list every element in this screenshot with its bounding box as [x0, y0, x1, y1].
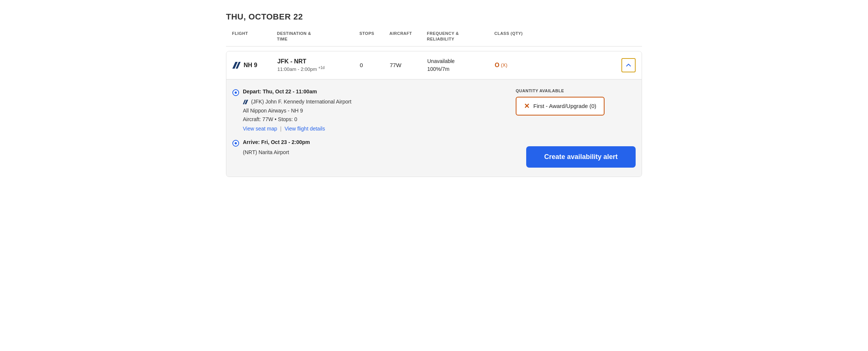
view-flight-details-link[interactable]: View flight details	[284, 126, 325, 132]
depart-label: Depart: Thu, Oct 22 - 11:00am	[243, 88, 317, 94]
quantity-box: ✕ First - Award/Upgrade (0)	[516, 97, 605, 116]
flight-card: NH 9 JFK - NRT 11:00am - 2:00pm +1d 0 77…	[226, 51, 642, 177]
flight-number-cell: NH 9	[232, 61, 277, 69]
depart-airport: (JFK) John F. Kennedy International Airp…	[243, 98, 501, 106]
table-header: FLIGHT DESTINATION &TIME STOPS AIRCRAFT …	[226, 31, 642, 46]
airline-mini-logo-icon	[243, 100, 248, 104]
arrive-radio-icon	[232, 140, 239, 147]
expand-collapse-button[interactable]	[621, 58, 636, 72]
quantity-header: QUANTITY AVAILABLE	[516, 88, 564, 93]
quantity-x-icon: ✕	[524, 102, 530, 110]
date-header: THU, OCTOBER 22	[226, 12, 642, 22]
class-x-indicator: (X)	[501, 62, 507, 68]
detail-links: View seat map | View flight details	[243, 126, 501, 132]
link-separator: |	[280, 126, 282, 132]
quantity-label: First - Award/Upgrade (0)	[533, 103, 596, 109]
depart-section: Depart: Thu, Oct 22 - 11:00am (JFK) John…	[232, 88, 501, 132]
class-cell: O (X)	[495, 62, 570, 69]
airline-logo-icon	[232, 61, 241, 69]
flight-row: NH 9 JFK - NRT 11:00am - 2:00pm +1d 0 77…	[226, 51, 642, 79]
ana-logo-svg	[232, 62, 241, 69]
route-time: 11:00am - 2:00pm +1d	[277, 66, 360, 72]
chevron-up-icon	[625, 62, 632, 69]
frequency-cell: Unavailable 100%/7m	[427, 57, 495, 73]
depart-radio-icon	[232, 89, 239, 96]
aircraft-cell: 77W	[390, 62, 427, 68]
col-flight: FLIGHT	[232, 31, 277, 42]
class-o-indicator: O	[495, 62, 499, 69]
alert-button-wrapper: Create availability alert	[526, 146, 636, 168]
view-seat-map-link[interactable]: View seat map	[243, 126, 277, 132]
stops-cell: 0	[360, 62, 390, 68]
arrive-label: Arrive: Fri, Oct 23 - 2:00pm	[243, 139, 310, 145]
depart-row: Depart: Thu, Oct 22 - 11:00am	[232, 88, 501, 96]
airline-service: All Nippon Airways - NH 9	[243, 106, 501, 116]
expand-button-cell	[570, 58, 636, 72]
arrive-section: Arrive: Fri, Oct 23 - 2:00pm (NRT) Narit…	[232, 139, 501, 157]
col-stops: STOPS	[359, 31, 389, 42]
arrive-airport: (NRT) Narita Airport	[243, 148, 501, 157]
col-aircraft: AIRCRAFT	[389, 31, 427, 42]
aircraft-stops: Aircraft: 77W • Stops: 0	[243, 115, 501, 124]
col-destination: DESTINATION &TIME	[277, 31, 359, 42]
flight-detail-left: Depart: Thu, Oct 22 - 11:00am (JFK) John…	[232, 88, 501, 165]
flight-detail-section: Depart: Thu, Oct 22 - 11:00am (JFK) John…	[226, 79, 642, 177]
arrive-row: Arrive: Fri, Oct 23 - 2:00pm	[232, 139, 501, 147]
flight-number: NH 9	[244, 62, 257, 69]
route-cell: JFK - NRT 11:00am - 2:00pm +1d	[277, 58, 360, 72]
route-main: JFK - NRT	[277, 58, 360, 65]
col-class: CLASS (QTY)	[494, 31, 569, 42]
col-frequency: FREQUENCY &RELIABILITY	[427, 31, 494, 42]
create-availability-alert-button[interactable]: Create availability alert	[526, 146, 636, 168]
col-expand	[569, 31, 636, 42]
